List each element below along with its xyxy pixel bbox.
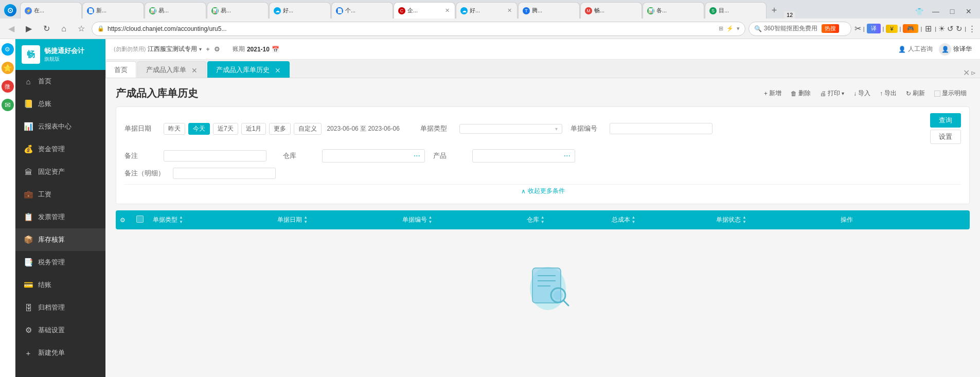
forward-button[interactable]: ▶ (22, 22, 36, 36)
refresh-button[interactable]: ↻ (39, 22, 54, 36)
url-bar[interactable]: 🔒 https://cloud.chanjet.com/accounting/u… (92, 22, 745, 36)
browser-tab-9[interactable]: T 腾... (518, 2, 580, 19)
back-button[interactable]: ◀ (4, 22, 19, 36)
app-icon-star[interactable]: ⭐ (2, 62, 14, 74)
tab-history-close[interactable]: ✕ (275, 66, 281, 75)
nav-item-settlement[interactable]: 💳 结账 (15, 274, 105, 296)
doc-no-input[interactable] (610, 123, 712, 134)
home-button[interactable]: ⌂ (57, 22, 71, 36)
url-menu-icon[interactable]: ⊞ (719, 25, 723, 32)
print-button[interactable]: 🖨 打印 ▾ (817, 87, 847, 99)
tab-8-close[interactable]: ✕ (506, 7, 513, 14)
app-icon-weibo[interactable]: 微 (2, 80, 14, 93)
refresh-button[interactable]: ↻ 刷新 (903, 87, 928, 99)
url-dropdown-icon[interactable]: ▾ (737, 25, 740, 32)
rotate-left-button[interactable]: ↺ (947, 24, 954, 33)
collapse-button[interactable]: ∧ 收起更多条件 (124, 184, 961, 198)
import-button[interactable]: ↓ 导入 (850, 87, 874, 99)
warehouse-dots-icon[interactable]: ··· (414, 151, 420, 160)
page-tab-list[interactable]: 产成品入库单 ✕ (137, 61, 206, 78)
scissors-icon[interactable]: ✂ (854, 24, 861, 33)
game-button[interactable]: 🎮 (903, 24, 918, 33)
browser-tab-5[interactable]: ☁ 好... (269, 2, 331, 19)
nav-item-archive[interactable]: 🗄 归档管理 (15, 296, 105, 319)
col-settings-icon[interactable]: ⚙ (120, 217, 126, 224)
browser-menu-button[interactable]: ⋮ (968, 24, 976, 33)
nav-item-fixed-assets[interactable]: 🏛 固定资产 (15, 160, 105, 183)
doc-type-selector[interactable]: ▾ (459, 124, 562, 134)
product-selector[interactable]: ··· (472, 149, 575, 163)
url-lightning-icon[interactable]: ⚡ (726, 25, 734, 32)
nav-item-new-entry[interactable]: + 新建凭单 (15, 342, 105, 364)
calendar-icon[interactable]: 📅 (272, 46, 279, 53)
nav-item-settings[interactable]: ⚙ 基础设置 (15, 319, 105, 342)
yuan-button[interactable]: ¥ (886, 25, 897, 33)
nav-item-reports[interactable]: 📊 云报表中心 (15, 115, 105, 138)
header-checkbox[interactable] (136, 216, 144, 223)
nav-item-home[interactable]: ⌂ 首页 (15, 70, 105, 93)
col-checkbox[interactable] (132, 210, 149, 229)
add-company-button[interactable]: + (206, 45, 210, 53)
browser-tab-4[interactable]: 📊 易... (207, 2, 269, 19)
tab-list-close[interactable]: ✕ (191, 66, 198, 75)
close-button[interactable]: ✕ (961, 4, 976, 19)
delete-button[interactable]: 🗑 删除 (788, 87, 814, 99)
nav-item-payroll[interactable]: 💼 工资 (15, 183, 105, 206)
browser-tab-11[interactable]: 📊 各... (643, 2, 704, 19)
browser-tab-3[interactable]: 📊 易... (145, 2, 206, 19)
browser-tab-8-active[interactable]: C 企... ✕ (394, 2, 455, 19)
date-today-btn[interactable]: 今天 (188, 123, 210, 135)
print-dropdown-icon[interactable]: ▾ (842, 91, 844, 96)
translate-button[interactable]: 译 (867, 24, 881, 33)
rotate-right-button[interactable]: ↻ (956, 24, 963, 33)
minimize-button[interactable]: — (929, 4, 943, 19)
browser-tab-8[interactable]: ☁ 好... ✕ (456, 2, 518, 19)
col-warehouse[interactable]: 仓库 ▲▼ (523, 210, 608, 229)
nav-item-inventory[interactable]: 📦 库存核算 (15, 228, 105, 251)
nav-item-ledger[interactable]: 📒 总账 (15, 93, 105, 115)
panel-chevron-icon[interactable]: ⊳ (971, 69, 976, 77)
export-button[interactable]: ↑ 导出 (877, 87, 900, 99)
tab-7-close[interactable]: ✕ (444, 7, 451, 14)
company-selector[interactable]: (勿删勿禁用) 江西服宝测试专用 ▾ (114, 45, 202, 53)
right-panel-close-button[interactable]: ✕ (963, 68, 970, 78)
query-button[interactable]: 查询 (930, 113, 961, 128)
shirt-icon[interactable]: 👕 (912, 4, 926, 19)
date-month-btn[interactable]: 近1月 (241, 123, 266, 135)
brightness-button[interactable]: ☀ (938, 24, 945, 33)
col-doc-status[interactable]: 单据状态 ▲▼ (712, 210, 836, 229)
nav-item-funds[interactable]: 💰 资金管理 (15, 138, 105, 160)
browser-tab-2[interactable]: 📄 新... (82, 2, 144, 19)
date-week-btn[interactable]: 近7天 (213, 123, 238, 135)
search-box[interactable]: 🔍 360智能抠图免费用 热搜 (749, 22, 851, 36)
warehouse-selector[interactable]: ··· (322, 149, 425, 163)
col-total-cost[interactable]: 总成本 ▲▼ (608, 210, 712, 229)
detail-remark-input[interactable] (173, 168, 276, 179)
show-cols-button[interactable]: 显示明细 (931, 87, 970, 99)
col-doc-type[interactable]: 单据类型 ▲▼ (149, 210, 273, 229)
col-doc-no[interactable]: 单据编号 ▲▼ (398, 210, 523, 229)
bookmark-button[interactable]: ☆ (74, 22, 88, 36)
page-tab-history[interactable]: 产成品入库单历史 ✕ (207, 61, 290, 78)
browser-tab-10[interactable]: M 畅... (580, 2, 642, 19)
browser-tab-1[interactable]: ⚡ 在... (20, 2, 82, 19)
browser-tab-12[interactable]: S 目... (705, 2, 767, 19)
nav-item-tax[interactable]: 📑 税务管理 (15, 251, 105, 274)
company-settings-button[interactable]: ⚙ (214, 45, 220, 53)
date-yesterday-btn[interactable]: 昨天 (164, 123, 185, 135)
app-icon-360[interactable]: ⚙ (2, 43, 14, 56)
date-custom-btn[interactable]: 自定义 (294, 123, 322, 135)
new-tab-button[interactable]: + (767, 3, 781, 17)
remark-input[interactable] (164, 150, 266, 161)
col-settings[interactable]: ⚙ (116, 210, 132, 229)
app-icon-mail[interactable]: ✉ (2, 99, 14, 111)
col-doc-date[interactable]: 单据日期 ▲▼ (273, 210, 398, 229)
browser-tab-6[interactable]: 📄 个... (331, 2, 393, 19)
maximize-button[interactable]: □ (945, 4, 959, 19)
grid-button[interactable]: ⊞ (924, 23, 933, 34)
date-more-btn[interactable]: 更多 (269, 123, 291, 135)
product-dots-icon[interactable]: ··· (564, 151, 571, 160)
nav-item-invoice[interactable]: 📋 发票管理 (15, 206, 105, 228)
user-service-button[interactable]: 👤 人工咨询 (898, 45, 933, 53)
add-button[interactable]: + 新增 (761, 87, 785, 99)
